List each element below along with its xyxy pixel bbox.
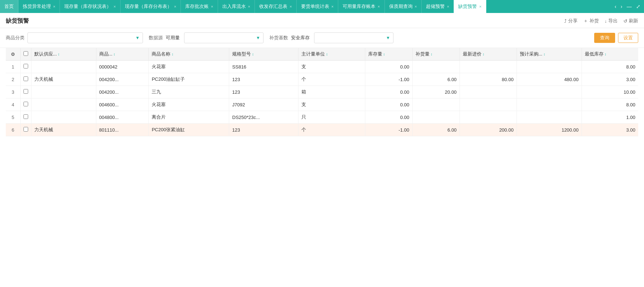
query-button[interactable]: 查询	[594, 33, 615, 43]
tab-expand-button[interactable]: ⤢	[634, 0, 643, 13]
td-row-num-1: 2	[6, 73, 20, 86]
tab-item-inventory-status[interactable]: 现存量（库存状况表）×	[60, 0, 120, 13]
td-latest-price-1: 80.00	[460, 73, 517, 86]
td-name-4: 离合片	[149, 111, 229, 124]
tab-item-overstock[interactable]: 超储预警×	[422, 0, 454, 13]
td-supplier-4	[31, 111, 96, 124]
category-select[interactable]: ▼	[27, 32, 143, 43]
tab-item-inout[interactable]: 出入库流水×	[218, 0, 255, 13]
tab-close-demand[interactable]: ×	[331, 4, 334, 9]
tab-close-available[interactable]: ×	[378, 4, 380, 9]
td-replenish-3	[412, 98, 460, 111]
td-row-num-0: 1	[6, 61, 20, 73]
td-name-2: 三九	[149, 86, 229, 98]
export-action[interactable]: ↓ 导出	[605, 18, 618, 24]
row-checkbox-0[interactable]	[23, 64, 28, 69]
unit-sort-icon[interactable]: ↕	[326, 52, 328, 56]
name-sort-icon[interactable]: ↕	[171, 52, 173, 56]
tab-bar: 首页拣货异常处理×现存量（库存状况表）×现存量（库存分布表）×库存批次账×出入库…	[0, 0, 644, 13]
tab-label-inventory-status: 现存量（库存状况表）	[64, 4, 111, 10]
td-unit-1: 个	[299, 73, 365, 86]
tab-item-anomaly[interactable]: 拣货异常处理×	[18, 0, 60, 13]
latest-price-sort-icon[interactable]: ↕	[483, 52, 484, 56]
tab-close-anomaly[interactable]: ×	[53, 4, 55, 9]
category-filter-group: 商品分类 ▼	[6, 32, 143, 43]
tab-item-available[interactable]: 可用量库存账本×	[338, 0, 384, 13]
datasource-label: 数据源	[149, 35, 163, 41]
select-all-checkbox[interactable]	[23, 51, 28, 56]
tab-item-expiry[interactable]: 保质期查询×	[385, 0, 422, 13]
row-checkbox-3[interactable]	[23, 102, 28, 106]
td-replenish-0	[412, 61, 460, 73]
th-estimated-purchase-label: 预计采购...	[520, 51, 543, 57]
refresh-icon: ↺	[623, 18, 627, 24]
tab-item-inventory-dist[interactable]: 现存量（库存分布表）×	[121, 0, 181, 13]
th-stock: 库存量 ↕	[365, 48, 412, 61]
page-title: 缺货预警	[6, 17, 564, 25]
datasource-select[interactable]: ▼	[184, 32, 264, 43]
tab-close-batch[interactable]: ×	[211, 4, 213, 9]
tab-close-shortage[interactable]: ×	[479, 4, 481, 9]
spec-sort-icon[interactable]: ↕	[252, 52, 254, 56]
datasource-filter-group: 数据源 可用量 ▼	[149, 32, 264, 43]
tab-minimize-button[interactable]: —	[625, 0, 634, 13]
tab-close-inout[interactable]: ×	[248, 4, 250, 9]
export-label: 导出	[608, 18, 618, 24]
stock-sort-icon[interactable]: ↕	[383, 52, 385, 56]
td-stock-1: -1.00	[365, 73, 412, 86]
replenish-base-select[interactable]: ▼	[314, 32, 393, 43]
tab-item-batch[interactable]: 库存批次账×	[181, 0, 218, 13]
tab-item-demand[interactable]: 要货单统计表×	[297, 0, 338, 13]
settings-button[interactable]: 设置	[618, 33, 638, 43]
estimated-purchase-sort-icon[interactable]: ↕	[543, 52, 545, 56]
table-header-row: ⚙ 默认供应... ↕ 商品... ↕	[6, 48, 638, 61]
row-checkbox-4[interactable]	[23, 114, 28, 119]
td-unit-5: 个	[299, 124, 365, 136]
th-min-stock-label: 最低库存	[585, 51, 604, 57]
tab-close-inventory-dist[interactable]: ×	[174, 4, 176, 9]
th-gear: ⚙	[6, 48, 20, 61]
tab-prev-button[interactable]: ‹	[613, 0, 619, 13]
td-code-2: 004200...	[96, 86, 149, 98]
main-content: 缺货预警 ⤴ 分享 ＋ 补货 ↓ 导出 ↺ 刷新 商品分类 ▼ 数据源 可用	[0, 13, 644, 287]
refresh-action[interactable]: ↺ 刷新	[623, 18, 638, 24]
td-unit-0: 支	[299, 61, 365, 73]
row-checkbox-1[interactable]	[23, 76, 28, 81]
tab-close-expiry[interactable]: ×	[415, 4, 417, 9]
tab-item-home[interactable]: 首页	[0, 0, 18, 13]
tab-next-button[interactable]: ›	[618, 0, 625, 13]
replenish-base-arrow-icon: ▼	[386, 35, 390, 40]
share-label: 分享	[568, 18, 578, 24]
row-checkbox-2[interactable]	[23, 89, 28, 94]
th-replenish-label: 补货量	[415, 51, 430, 57]
td-spec-1: 123	[229, 73, 299, 86]
supplier-sort-icon[interactable]: ↕	[58, 52, 60, 56]
td-code-4: 004800...	[96, 111, 149, 124]
column-gear-icon[interactable]: ⚙	[11, 52, 15, 57]
td-stock-4: 0.00	[365, 111, 412, 124]
code-sort-icon[interactable]: ↕	[113, 52, 115, 56]
td-spec-0: SS816	[229, 61, 299, 73]
td-checkbox-4	[20, 111, 31, 124]
tab-item-shortage[interactable]: 缺货预警×	[454, 0, 486, 13]
th-code-label: 商品...	[99, 51, 113, 57]
th-spec: 规格型号 ↕	[229, 48, 299, 61]
row-checkbox-5[interactable]	[23, 127, 28, 132]
share-icon: ⤴	[564, 19, 567, 24]
td-code-0: 0000042	[96, 61, 149, 73]
datasource-arrow-icon: ▼	[256, 35, 260, 40]
replenish-sort-icon[interactable]: ↕	[431, 52, 432, 56]
td-min-stock-2: 10.00	[582, 86, 638, 98]
td-row-num-2: 3	[6, 86, 20, 98]
tab-label-available: 可用量库存账本	[343, 4, 375, 10]
tab-close-collect[interactable]: ×	[290, 4, 292, 9]
tab-close-overstock[interactable]: ×	[447, 4, 449, 9]
tab-close-inventory-status[interactable]: ×	[113, 4, 116, 9]
tab-label-home: 首页	[4, 4, 14, 10]
min-stock-sort-icon[interactable]: ↕	[605, 52, 606, 56]
tab-item-collect[interactable]: 收发存汇总表×	[255, 0, 296, 13]
replenish-base-label: 补货基数	[269, 35, 288, 41]
share-action[interactable]: ⤴ 分享	[564, 18, 578, 24]
tab-label-inventory-dist: 现存量（库存分布表）	[125, 4, 172, 10]
replenish-action[interactable]: ＋ 补货	[583, 18, 599, 24]
